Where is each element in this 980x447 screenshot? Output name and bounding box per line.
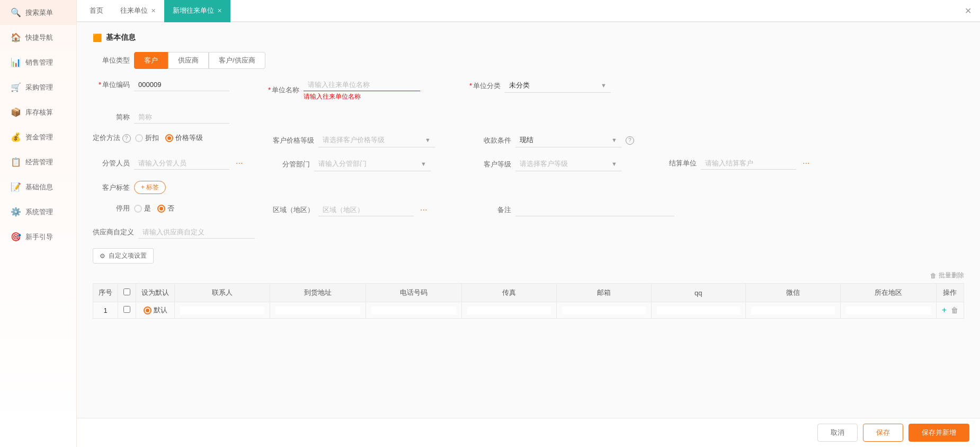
customer-level-select[interactable]: 请选择客户等级 ▼ bbox=[515, 157, 621, 171]
contact-input[interactable] bbox=[180, 306, 264, 314]
department-select[interactable]: 请输入分管部门 ▼ bbox=[314, 157, 431, 171]
save-button[interactable]: 保存 bbox=[863, 424, 903, 442]
tab-contacts-close[interactable]: ✕ bbox=[151, 7, 156, 14]
sidebar-item-purchase[interactable]: 🛒 采购管理 bbox=[0, 75, 76, 100]
tab-new-contact-close[interactable]: ✕ bbox=[217, 7, 222, 14]
unit-type-group: 客户 供应商 客户/供应商 bbox=[134, 52, 265, 69]
sidebar-item-system[interactable]: ⚙️ 系统管理 bbox=[0, 199, 76, 224]
pricing-method-label: 定价方法 ? bbox=[93, 133, 131, 143]
sidebar-item-operations[interactable]: 📋 经营管理 bbox=[0, 150, 76, 174]
table-wrap: 序号 设为默认 联系人 到货地址 电话号码 传真 邮箱 qq 微信 所在地区 操… bbox=[93, 283, 964, 319]
save-new-button[interactable]: 保存并新增 bbox=[908, 424, 969, 442]
customer-price-level-select[interactable]: 请选择客户价格等级 ▼ bbox=[318, 133, 435, 147]
payment-terms-chevron: ▼ bbox=[611, 137, 617, 143]
customer-price-level-field: 客户价格等级 请选择客户价格等级 ▼ bbox=[273, 133, 474, 147]
area-more-icon[interactable]: ··· bbox=[418, 205, 429, 215]
custom-settings-button[interactable]: ⚙ 自定义项设置 bbox=[93, 248, 154, 264]
stop-use-no[interactable]: 否 bbox=[157, 204, 174, 213]
pricing-level[interactable]: 价格等级 bbox=[165, 133, 203, 143]
unit-category-select[interactable]: 未分类 ▼ bbox=[505, 78, 611, 93]
unit-name-input[interactable] bbox=[304, 78, 420, 91]
tab-contacts[interactable]: 往来单位 ✕ bbox=[112, 0, 164, 22]
sidebar-item-inventory[interactable]: 📦 库存核算 bbox=[0, 100, 76, 125]
area-input[interactable] bbox=[318, 204, 414, 216]
unit-name-wrap: 请输入往来单位名称 bbox=[304, 78, 420, 101]
add-row-button[interactable]: + bbox=[942, 305, 947, 315]
row-region[interactable] bbox=[840, 302, 936, 319]
pricing-discount-radio[interactable] bbox=[135, 134, 143, 142]
tab-bar: 首页 往来单位 ✕ 新增往来单位 ✕ ✕ bbox=[77, 0, 980, 22]
row-email[interactable] bbox=[556, 302, 651, 319]
delete-row-button[interactable]: 🗑 bbox=[951, 306, 958, 314]
pricing-help-icon[interactable]: ? bbox=[122, 134, 131, 143]
row-select-checkbox[interactable] bbox=[123, 306, 130, 313]
settlement-more-icon[interactable]: ··· bbox=[800, 159, 812, 168]
table-header: 序号 设为默认 联系人 到货地址 电话号码 传真 邮箱 qq 微信 所在地区 操… bbox=[93, 284, 964, 302]
customer-tag-row: 客户标签 + 标签 bbox=[93, 181, 964, 194]
col-checkbox bbox=[118, 284, 136, 302]
pricing-discount[interactable]: 折扣 bbox=[135, 133, 159, 143]
row-phone[interactable] bbox=[366, 302, 461, 319]
unit-code-required: * bbox=[99, 81, 101, 89]
email-input[interactable] bbox=[562, 306, 646, 314]
supplier-custom-input[interactable] bbox=[138, 226, 255, 239]
region-input[interactable] bbox=[846, 306, 931, 314]
unit-type-supplier[interactable]: 供应商 bbox=[168, 52, 209, 69]
short-name-input[interactable] bbox=[134, 111, 229, 124]
pricing-level-radio[interactable] bbox=[165, 134, 173, 142]
payment-help-icon[interactable]: ? bbox=[626, 136, 634, 145]
remark-input[interactable] bbox=[515, 204, 674, 216]
sidebar-item-basic-info[interactable]: 📝 基础信息 bbox=[0, 174, 76, 199]
add-tag-button[interactable]: + 标签 bbox=[134, 181, 166, 194]
tab-new-contact[interactable]: 新增往来单位 ✕ bbox=[164, 0, 230, 22]
row-wechat[interactable] bbox=[745, 302, 840, 319]
row-default-radio[interactable]: 默认 bbox=[141, 305, 169, 315]
stop-use-no-radio[interactable] bbox=[157, 205, 165, 213]
pricing-method-field: 定价方法 ? 折扣 价格等级 bbox=[93, 133, 273, 143]
sidebar-item-quick-nav[interactable]: 🏠 快捷导航 bbox=[0, 25, 76, 50]
unit-category-field: *单位分类 未分类 ▼ bbox=[464, 78, 964, 93]
contacts-table: 序号 设为默认 联系人 到货地址 电话号码 传真 邮箱 qq 微信 所在地区 操… bbox=[93, 283, 964, 319]
row-contact[interactable] bbox=[175, 302, 270, 319]
row-default-radio-circle[interactable] bbox=[144, 306, 152, 314]
supplier-custom-row: 供应商自定义 bbox=[93, 226, 964, 239]
qq-input[interactable] bbox=[657, 306, 740, 314]
short-name-field: 简称 bbox=[93, 111, 262, 124]
customer-level-label: 客户等级 bbox=[474, 160, 511, 169]
wechat-input[interactable] bbox=[751, 306, 835, 314]
fax-input[interactable] bbox=[467, 306, 551, 314]
unit-type-customer[interactable]: 客户 bbox=[134, 52, 168, 69]
row-qq[interactable] bbox=[651, 302, 745, 319]
unit-name-label: *单位名称 bbox=[262, 85, 299, 95]
batch-delete-button[interactable]: 🗑 批量删除 bbox=[930, 271, 964, 280]
col-default: 设为默认 bbox=[136, 284, 175, 302]
col-qq: qq bbox=[651, 284, 745, 302]
department-field: 分管部门 请输入分管部门 ▼ bbox=[273, 157, 474, 171]
row-fax[interactable] bbox=[461, 302, 556, 319]
unit-name-error: 请输入往来单位名称 bbox=[304, 92, 420, 101]
stop-use-yes[interactable]: 是 bbox=[134, 204, 151, 213]
manager-label: 分管人员 bbox=[93, 159, 130, 168]
stop-use-label: 停用 bbox=[93, 204, 130, 213]
sidebar-item-guide[interactable]: 🎯 新手引导 bbox=[0, 224, 76, 249]
tab-home[interactable]: 首页 bbox=[81, 0, 112, 22]
tab-bar-close-all[interactable]: ✕ bbox=[960, 6, 976, 16]
remark-label: 备注 bbox=[474, 205, 511, 215]
manager-input[interactable] bbox=[134, 157, 229, 170]
address-input[interactable] bbox=[275, 306, 360, 314]
phone-input[interactable] bbox=[371, 306, 456, 314]
row-address[interactable] bbox=[270, 302, 366, 319]
stop-use-yes-radio[interactable] bbox=[134, 205, 142, 213]
cancel-button[interactable]: 取消 bbox=[817, 424, 858, 442]
settlement-unit-input[interactable] bbox=[701, 157, 796, 170]
select-all-checkbox[interactable] bbox=[123, 288, 130, 295]
manager-more-icon[interactable]: ··· bbox=[234, 159, 245, 168]
sidebar-item-finance[interactable]: 💰 资金管理 bbox=[0, 125, 76, 150]
unit-type-both[interactable]: 客户/供应商 bbox=[209, 52, 265, 69]
customer-level-field: 客户等级 请选择客户等级 ▼ bbox=[474, 157, 660, 171]
sidebar-item-search[interactable]: 🔍 搜索菜单 bbox=[0, 0, 76, 25]
stop-use-row: 停用 是 否 区域（地区） ··· bbox=[93, 204, 964, 216]
payment-terms-select[interactable]: 现结 ▼ bbox=[515, 133, 621, 147]
unit-code-input[interactable] bbox=[134, 78, 229, 91]
sidebar-item-sales[interactable]: 📊 销售管理 bbox=[0, 50, 76, 75]
